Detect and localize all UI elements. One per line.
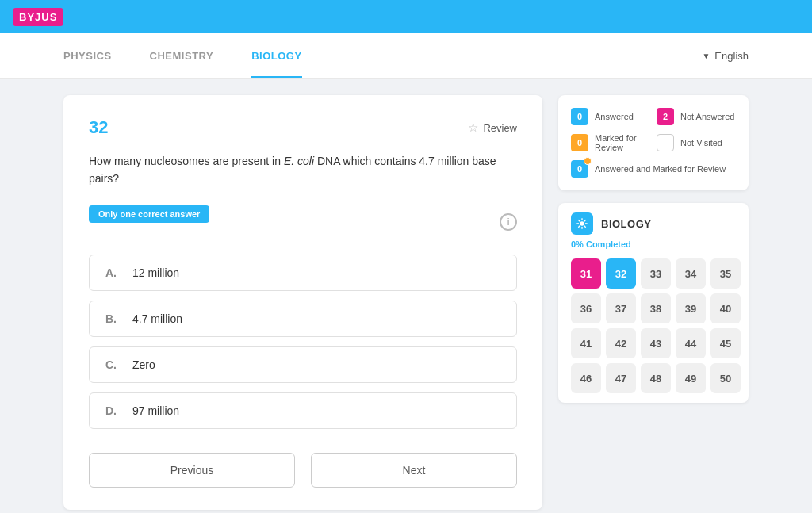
tab-physics[interactable]: PHYSICS <box>63 33 112 78</box>
not-visited-badge <box>657 134 674 151</box>
q-num-40[interactable]: 40 <box>710 293 741 323</box>
sidebar: 0 Answered 2 Not Answered 0 Marked for R… <box>558 95 749 510</box>
question-number: 32 <box>89 117 108 138</box>
answered-marked-dot <box>584 157 592 165</box>
question-header: 32 ☆ Review <box>89 117 517 138</box>
answered-marked-label: Answered and Marked for Review <box>595 164 726 174</box>
option-c[interactable]: C. Zero <box>89 346 517 383</box>
nav-tabs: PHYSICS CHEMISTRY BIOLOGY <box>63 33 302 78</box>
option-c-text: Zero <box>132 358 155 371</box>
option-a[interactable]: A. 12 million <box>89 255 517 291</box>
section-title: BIOLOGY <box>601 218 651 230</box>
answered-label: Answered <box>595 112 634 121</box>
main-layout: 32 ☆ Review How many nucleosomes are pre… <box>0 79 812 513</box>
svg-point-0 <box>580 221 584 225</box>
q-num-43[interactable]: 43 <box>641 328 671 358</box>
q-num-48[interactable]: 48 <box>641 363 671 393</box>
section-box: BIOLOGY 0% Completed 3132333435363738394… <box>558 203 749 403</box>
q-num-49[interactable]: 49 <box>676 363 706 393</box>
dna-icon <box>576 217 588 230</box>
nav-buttons: Previous Next <box>89 453 517 488</box>
options-area: A. 12 million B. 4.7 million C. Zero D. … <box>89 255 517 429</box>
q-num-46[interactable]: 46 <box>571 363 601 393</box>
review-button[interactable]: ☆ Review <box>468 121 517 135</box>
option-d[interactable]: D. 97 million <box>89 392 517 429</box>
progress-text: 0% Completed <box>571 239 736 249</box>
answer-type-badge: Only one correct answer <box>89 205 209 223</box>
option-d-label: D. <box>105 404 120 417</box>
legend-box: 0 Answered 2 Not Answered 0 Marked for R… <box>558 95 749 190</box>
q-num-31[interactable]: 31 <box>571 258 601 289</box>
option-d-text: 97 million <box>132 404 179 417</box>
q-num-50[interactable]: 50 <box>710 363 741 393</box>
q-num-33[interactable]: 33 <box>641 258 671 289</box>
q-num-45[interactable]: 45 <box>710 328 741 358</box>
previous-button[interactable]: Previous <box>89 453 295 488</box>
not-visited-label: Not Visited <box>680 138 722 147</box>
q-num-37[interactable]: 37 <box>606 293 636 323</box>
legend-answered-marked: 0 Answered and Marked for Review <box>571 160 736 178</box>
legend-grid: 0 Answered 2 Not Answered 0 Marked for R… <box>571 108 736 178</box>
marked-label: Marked for Review <box>595 133 650 152</box>
question-text: How many nucleosomes are present in E. c… <box>89 152 517 188</box>
logo: BYJUS <box>13 8 63 26</box>
nav-tabs-bar: PHYSICS CHEMISTRY BIOLOGY ▼ English <box>0 33 812 79</box>
option-b-text: 4.7 million <box>132 312 182 325</box>
not-answered-badge: 2 <box>657 108 674 125</box>
option-a-text: 12 million <box>132 266 179 279</box>
language-label: English <box>714 50 749 62</box>
question-text-italic: E. coli <box>284 155 314 167</box>
q-num-42[interactable]: 42 <box>606 328 636 358</box>
legend-not-answered: 2 Not Answered <box>657 108 736 125</box>
next-button[interactable]: Next <box>311 453 517 488</box>
q-num-32[interactable]: 32 <box>606 258 636 289</box>
legend-marked: 0 Marked for Review <box>571 133 650 152</box>
section-title-row: BIOLOGY <box>571 212 736 235</box>
q-num-44[interactable]: 44 <box>676 328 706 358</box>
q-num-39[interactable]: 39 <box>676 293 706 323</box>
question-grid: 3132333435363738394041424344454647484950 <box>571 258 736 393</box>
marked-badge: 0 <box>571 134 588 151</box>
q-num-34[interactable]: 34 <box>676 258 706 289</box>
info-icon[interactable]: i <box>500 213 517 231</box>
top-bar: BYJUS <box>0 0 812 33</box>
option-b[interactable]: B. 4.7 million <box>89 301 517 337</box>
star-icon: ☆ <box>468 121 478 135</box>
answered-marked-badge-wrap: 0 <box>571 160 588 178</box>
q-num-41[interactable]: 41 <box>571 328 601 358</box>
question-area: 32 ☆ Review How many nucleosomes are pre… <box>63 95 542 510</box>
option-b-label: B. <box>105 312 120 325</box>
question-text-before: How many nucleosomes are present in <box>89 155 284 167</box>
chevron-down-icon: ▼ <box>702 52 710 60</box>
not-answered-label: Not Answered <box>680 112 734 121</box>
option-a-label: A. <box>105 266 120 279</box>
legend-answered: 0 Answered <box>571 108 650 125</box>
tab-biology[interactable]: BIOLOGY <box>251 33 301 78</box>
q-num-35[interactable]: 35 <box>710 258 741 289</box>
answered-badge: 0 <box>571 108 588 125</box>
language-selector[interactable]: ▼ English <box>702 50 749 62</box>
option-c-label: C. <box>105 358 120 371</box>
q-num-38[interactable]: 38 <box>641 293 671 323</box>
legend-not-visited: Not Visited <box>657 133 736 152</box>
review-label: Review <box>483 122 517 134</box>
q-num-36[interactable]: 36 <box>571 293 601 323</box>
tab-chemistry[interactable]: CHEMISTRY <box>150 33 214 78</box>
q-num-47[interactable]: 47 <box>606 363 636 393</box>
section-icon <box>571 212 593 235</box>
